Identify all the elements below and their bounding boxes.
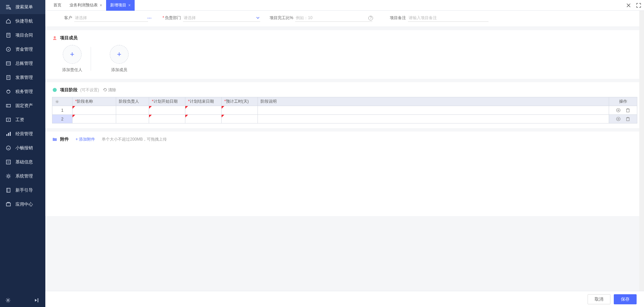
add-row-icon[interactable] [616, 108, 621, 113]
cell-plan-start[interactable] [149, 106, 185, 115]
delete-row-icon[interactable] [626, 117, 630, 121]
attachment-note: 单个大小不超过200MB，可拖拽上传 [102, 137, 167, 142]
svg-rect-22 [10, 132, 11, 136]
cell-phase-name[interactable] [73, 106, 116, 115]
sidebar-item-reimburse[interactable]: 小畅报销 [0, 141, 45, 155]
cancel-button[interactable]: 取消 [588, 294, 610, 304]
fullscreen-icon[interactable] [636, 3, 641, 8]
remark-label: 项目备注 [390, 15, 406, 21]
delete-row-icon[interactable] [626, 108, 630, 113]
guide-icon [5, 187, 11, 193]
cell-phase-desc[interactable] [258, 106, 609, 115]
sidebar-item-system[interactable]: 系统管理 [0, 169, 45, 183]
phases-subnote: (可不设置) [80, 87, 99, 93]
tab-label: 业务利润预估表 [70, 2, 98, 8]
tab-home[interactable]: 首页 [49, 0, 65, 11]
add-owner-button[interactable]: + [63, 45, 82, 64]
sidebar-item-label: 新手引导 [15, 187, 33, 193]
help-icon[interactable]: ? [368, 16, 373, 20]
save-button[interactable]: 保存 [614, 294, 637, 304]
form-row: 客户 ··· 负责部门 项目完工比% ? [45, 11, 644, 27]
settings-icon[interactable] [5, 298, 11, 304]
dept-select[interactable] [183, 14, 260, 22]
close-icon[interactable]: × [100, 3, 102, 8]
sidebar-item-baseinfo[interactable]: 基础信息 [0, 155, 45, 169]
sidebar-item-quick-nav[interactable]: 快捷导航 [0, 14, 45, 28]
svg-rect-24 [6, 160, 10, 164]
cell-plan-end[interactable] [185, 115, 222, 123]
svg-rect-45 [627, 118, 629, 121]
tab-new-project[interactable]: 新增项目 × [106, 0, 135, 11]
sidebar-item-label: 工资 [15, 117, 24, 123]
sidebar-item-appcenter[interactable]: 应用中心 [0, 197, 45, 211]
svg-rect-16 [6, 104, 10, 107]
row-index: 1 [52, 106, 73, 115]
sidebar-item-label: 项目合同 [15, 32, 33, 38]
sidebar-item-label: 小畅报销 [15, 145, 33, 151]
svg-point-27 [7, 175, 9, 177]
svg-point-31 [7, 300, 9, 301]
add-row-icon[interactable] [616, 117, 621, 121]
dept-label: 负责部门 [163, 15, 181, 21]
svg-rect-39 [627, 109, 629, 112]
tab-profit-estimate[interactable]: 业务利润预估表 × [65, 0, 106, 11]
cell-est-hours[interactable] [222, 106, 258, 115]
folder-icon [52, 137, 57, 142]
sidebar-item-invoice[interactable]: 发票管理 [0, 70, 45, 85]
sidebar-footer [0, 294, 45, 307]
sidebar-item-tax[interactable]: 税务管理 [0, 85, 45, 99]
col-ops: 操作 [609, 97, 637, 106]
home-icon [5, 18, 11, 24]
svg-rect-10 [6, 62, 10, 65]
svg-point-34 [53, 88, 57, 92]
remark-input[interactable] [408, 14, 489, 22]
cell-phase-owner[interactable] [116, 115, 149, 123]
table-row[interactable]: 2 [52, 115, 637, 123]
table-row[interactable]: 1 [52, 106, 637, 115]
cell-phase-name[interactable] [73, 115, 116, 123]
col-est-hours: *预计工时(天) [222, 97, 258, 106]
salary-icon: ¥ [5, 117, 11, 123]
scrollbar[interactable] [639, 11, 644, 291]
tab-label: 首页 [53, 2, 61, 8]
collapse-sidebar-icon[interactable] [34, 298, 40, 304]
svg-rect-20 [6, 134, 7, 136]
sidebar-item-guide[interactable]: 新手引导 [0, 183, 45, 197]
row-index: 2 [52, 115, 73, 123]
svg-rect-30 [6, 203, 10, 206]
gear-column-header[interactable] [52, 97, 73, 106]
sidebar-item-salary[interactable]: ¥ 工资 [0, 113, 45, 127]
sidebar-item-operation[interactable]: 经营管理 [0, 127, 45, 141]
system-icon [5, 173, 11, 179]
members-section: 项目成员 + 添加责任人 + 添加成员 [45, 30, 644, 79]
add-attachment-button[interactable]: + 添加附件 [76, 137, 95, 142]
content-scroll[interactable]: 客户 ··· 负责部门 项目完工比% ? [45, 11, 644, 291]
phases-title: 项目阶段 [60, 87, 78, 93]
progress-input[interactable] [295, 14, 372, 22]
svg-line-4 [10, 9, 11, 10]
svg-rect-2 [6, 8, 8, 9]
cell-est-hours[interactable] [222, 115, 258, 123]
sidebar-item-ledger[interactable]: 总账管理 [0, 56, 45, 70]
main-area: 首页 业务利润预估表 × 新增项目 × 客户 [45, 0, 644, 307]
cell-phase-owner[interactable] [116, 106, 149, 115]
col-plan-end: *计划结束日期 [185, 97, 222, 106]
sidebar-item-search-menu[interactable]: 搜索菜单 [0, 0, 45, 14]
cell-phase-desc[interactable] [258, 115, 609, 123]
close-icon[interactable]: × [128, 3, 131, 8]
cell-ops [609, 106, 637, 115]
cell-plan-start[interactable] [149, 115, 185, 123]
sidebar-item-project-contract[interactable]: 项目合同 [0, 28, 45, 42]
attachment-title: 附件 [60, 136, 69, 142]
col-phase-owner: 阶段负责人 [116, 97, 149, 106]
col-plan-start: *计划开始日期 [149, 97, 185, 106]
sidebar-item-fund[interactable]: ¥ 资金管理 [0, 42, 45, 56]
svg-point-35 [56, 101, 58, 102]
add-member-button[interactable]: + [110, 45, 129, 64]
sidebar-item-asset[interactable]: 固定资产 [0, 99, 45, 113]
cell-plan-end[interactable] [185, 106, 222, 115]
close-panel-icon[interactable] [626, 3, 631, 8]
customer-select[interactable] [74, 14, 148, 22]
clear-phases-button[interactable]: 清除 [103, 87, 116, 93]
sidebar-item-label: 总账管理 [15, 60, 33, 66]
